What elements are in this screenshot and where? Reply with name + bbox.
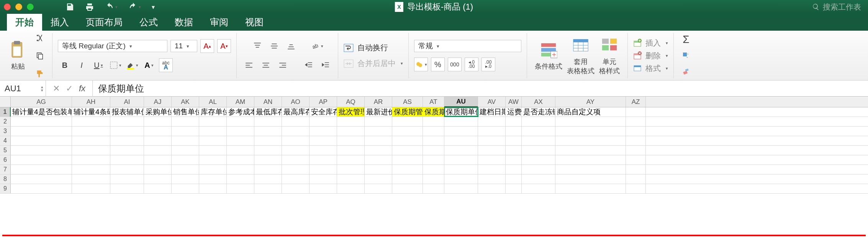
cancel-formula-button[interactable]: ✕ [53,84,60,94]
cell-AL4[interactable] [199,136,227,145]
cell-AV1[interactable]: 建档日期 [478,107,506,117]
cell-AU9[interactable] [444,184,478,193]
cell-AX3[interactable] [522,127,555,136]
column-header-AJ[interactable]: AJ [144,97,172,107]
cell-AH5[interactable] [72,146,110,155]
cell-AY5[interactable] [555,146,626,155]
cell-AM4[interactable] [227,136,254,145]
table-format-button[interactable]: 套用 表格格式 [565,36,597,76]
column-header-AG[interactable]: AG [11,97,72,107]
cell-AH8[interactable] [72,174,110,184]
cell-AS8[interactable] [392,174,423,184]
cell-AR1[interactable]: 最新进价 [365,107,392,117]
column-header-AT[interactable]: AT [423,97,444,107]
font-name-select[interactable]: 等线 Regular (正文) [58,40,167,52]
align-middle-button[interactable] [267,39,281,53]
column-header-AM[interactable]: AM [227,97,254,107]
cell-AY2[interactable] [555,117,626,126]
minimize-window-button[interactable] [15,3,22,10]
cell-AG9[interactable] [11,184,72,193]
select-all-corner[interactable] [0,97,11,107]
align-center-button[interactable] [259,58,273,72]
cell-AP6[interactable] [310,155,337,165]
cell-AZ7[interactable] [626,165,646,174]
column-header-AO[interactable]: AO [282,97,310,107]
cell-AX2[interactable] [522,117,555,126]
cell-AT8[interactable] [423,174,444,184]
cell-AR9[interactable] [365,184,392,193]
cell-AV5[interactable] [478,146,506,155]
name-box-spinner[interactable]: ▴▾ [41,85,43,92]
cell-AH4[interactable] [72,136,110,145]
cell-AW2[interactable] [506,117,522,126]
row-header-4[interactable]: 4 [0,136,11,145]
column-header-AZ[interactable]: AZ [626,97,646,107]
row-header-2[interactable]: 2 [0,117,11,126]
cell-AL9[interactable] [199,184,227,193]
tab-insert[interactable]: 插入 [42,14,77,31]
cell-AR5[interactable] [365,146,392,155]
decrease-decimal-button[interactable]: .00▸.0 [481,58,495,71]
cell-AQ9[interactable] [337,184,365,193]
cell-AX9[interactable] [522,184,555,193]
cell-AJ2[interactable] [144,117,172,126]
cell-AS2[interactable] [392,117,423,126]
cell-AX6[interactable] [522,155,555,165]
cell-AL7[interactable] [199,165,227,174]
cell-AT6[interactable] [423,155,444,165]
cell-AM8[interactable] [227,174,254,184]
cell-AN3[interactable] [254,127,282,136]
copy-button[interactable] [33,49,47,63]
cell-AK9[interactable] [172,184,199,193]
cell-AQ8[interactable] [337,174,365,184]
cell-AZ8[interactable] [626,174,646,184]
cell-AU3[interactable] [444,127,478,136]
bold-button[interactable]: B [58,58,72,72]
cell-AU5[interactable] [444,146,478,155]
close-window-button[interactable] [4,3,11,10]
cell-AR7[interactable] [365,165,392,174]
cell-AT2[interactable] [423,117,444,126]
cell-AS3[interactable] [392,127,423,136]
cell-AM5[interactable] [227,146,254,155]
cell-AO9[interactable] [282,184,310,193]
column-header-AY[interactable]: AY [555,97,626,107]
column-header-AS[interactable]: AS [392,97,423,107]
decrease-indent-button[interactable] [302,58,316,72]
cell-AW4[interactable] [506,136,522,145]
cell-AS9[interactable] [392,184,423,193]
tab-formulas[interactable]: 公式 [131,14,166,31]
print-icon[interactable] [85,2,94,12]
cell-AX7[interactable] [522,165,555,174]
cell-AN5[interactable] [254,146,282,155]
cell-AN9[interactable] [254,184,282,193]
tab-page-layout[interactable]: 页面布局 [77,14,131,31]
cell-AV3[interactable] [478,127,506,136]
increase-font-button[interactable]: A▴ [200,39,214,53]
column-header-AX[interactable]: AX [522,97,555,107]
cell-AN1[interactable]: 最低库存 [254,107,282,117]
cell-AI2[interactable] [110,117,144,126]
cell-AI1[interactable]: 报表辅单位 [110,107,144,117]
tab-data[interactable]: 数据 [166,14,201,31]
redo-button[interactable] [128,2,141,12]
clear-button[interactable] [679,65,693,78]
number-format-select[interactable]: 常规 [414,40,521,52]
undo-button[interactable] [105,2,118,12]
cell-AN6[interactable] [254,155,282,165]
cell-AO3[interactable] [282,127,310,136]
align-left-button[interactable] [242,58,256,72]
cell-AK3[interactable] [172,127,199,136]
cell-AR4[interactable] [365,136,392,145]
cell-AP2[interactable] [310,117,337,126]
cell-AP3[interactable] [310,127,337,136]
cell-AY8[interactable] [555,174,626,184]
accept-formula-button[interactable]: ✓ [66,84,73,94]
cell-AU6[interactable] [444,155,478,165]
cell-AZ9[interactable] [626,184,646,193]
merge-button[interactable]: 合并后居中 [344,58,403,69]
cell-AU4[interactable] [444,136,478,145]
cell-AG7[interactable] [11,165,72,174]
cell-AO1[interactable]: 最高库存 [282,107,310,117]
cell-AR8[interactable] [365,174,392,184]
